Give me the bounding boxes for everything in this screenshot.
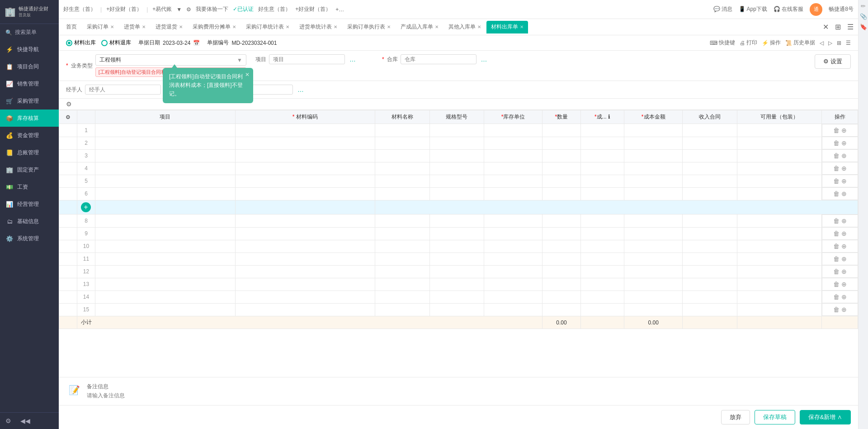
- discard-button[interactable]: 放弃: [721, 410, 750, 424]
- td-quantity[interactable]: [542, 214, 581, 228]
- row-copy-btn[interactable]: ⊕: [841, 127, 847, 134]
- radio-material-return[interactable]: 材料退库: [101, 39, 131, 47]
- tab-close-btn[interactable]: ✕: [387, 24, 391, 29]
- td-quantity[interactable]: [542, 187, 581, 200]
- td-income-contract[interactable]: [683, 265, 737, 278]
- td-quantity[interactable]: [542, 253, 581, 265]
- row-delete-btn[interactable]: 🗑: [833, 165, 840, 172]
- row-copy-btn[interactable]: ⊕: [841, 268, 847, 275]
- tab-4[interactable]: 采购费用分摊单✕: [188, 21, 241, 33]
- td-cost-price[interactable]: [580, 175, 624, 187]
- sidebar-item-purchase[interactable]: 🛒采购管理: [0, 92, 59, 110]
- td-cost-price[interactable]: [580, 291, 624, 303]
- td-unit[interactable]: [484, 278, 542, 291]
- td-income-contract[interactable]: [683, 162, 737, 175]
- project-input[interactable]: [269, 54, 345, 64]
- biz-type-select[interactable]: 工程领料 ▼: [95, 54, 246, 66]
- td-available-qty[interactable]: [737, 291, 821, 303]
- td-available-qty[interactable]: [737, 265, 821, 278]
- td-quantity[interactable]: [542, 124, 581, 137]
- td-project[interactable]: [95, 149, 236, 162]
- print-btn[interactable]: 🖨 打印: [740, 39, 757, 47]
- row-delete-btn[interactable]: 🗑: [833, 293, 840, 300]
- topbar-haoshengyi[interactable]: 好生意（首）: [63, 5, 96, 13]
- td-available-qty[interactable]: [737, 227, 821, 240]
- income-contract-dots-btn[interactable]: …: [297, 86, 304, 93]
- td-income-contract[interactable]: [683, 149, 737, 162]
- tooltip-close-btn[interactable]: ✕: [245, 71, 250, 79]
- td-material-code[interactable]: [235, 278, 375, 291]
- td-project[interactable]: [95, 227, 236, 240]
- row-delete-btn[interactable]: 🗑: [833, 230, 840, 237]
- td-available-qty[interactable]: [737, 162, 821, 175]
- tabs-grid-btn[interactable]: ⊞: [833, 22, 843, 32]
- td-cost-amount[interactable]: [624, 175, 683, 187]
- td-project-input[interactable]: [99, 204, 231, 210]
- sidebar-item-sales[interactable]: 📈销售管理: [0, 75, 59, 92]
- td-project[interactable]: [95, 175, 236, 187]
- grid-view-btn[interactable]: ⊞: [837, 40, 841, 46]
- td-material-name[interactable]: [375, 240, 429, 253]
- td-cost-price[interactable]: [580, 149, 624, 162]
- td-quantity[interactable]: [542, 278, 581, 291]
- td-material-code[interactable]: [235, 240, 375, 253]
- td-quantity[interactable]: [542, 265, 581, 278]
- td-spec[interactable]: [429, 278, 484, 291]
- row-delete-btn[interactable]: 🗑: [833, 152, 840, 159]
- td-income-contract[interactable]: [683, 240, 737, 253]
- tab-2[interactable]: 进货单✕: [119, 21, 150, 33]
- tab-close-btn[interactable]: ✕: [435, 24, 439, 29]
- td-cost-amount[interactable]: [624, 162, 683, 175]
- td-code-input[interactable]: [239, 204, 372, 210]
- add-row-btn[interactable]: +: [81, 202, 91, 212]
- row-delete-btn[interactable]: 🗑: [833, 243, 840, 250]
- tab-1[interactable]: 采购订单✕: [82, 21, 118, 33]
- td-material-name[interactable]: [375, 303, 429, 316]
- row-copy-btn[interactable]: ⊕: [841, 165, 847, 172]
- right-panel-bookmark-icon[interactable]: 🔖: [860, 24, 867, 30]
- td-cost-price[interactable]: [580, 240, 624, 253]
- td-cost-amount[interactable]: [624, 265, 683, 278]
- td-project[interactable]: [95, 278, 236, 291]
- row-delete-btn[interactable]: 🗑: [833, 190, 840, 197]
- table-settings-icon[interactable]: ⚙: [66, 100, 72, 108]
- tab-close-btn[interactable]: ✕: [334, 24, 337, 29]
- topbar-experience[interactable]: 我要体验一下: [196, 5, 228, 13]
- tab-9[interactable]: 其他入库单✕: [444, 21, 486, 33]
- tab-close-btn[interactable]: ✕: [232, 24, 236, 29]
- td-income-contract[interactable]: [683, 124, 737, 137]
- td-unit[interactable]: [484, 265, 542, 278]
- warehouse-input[interactable]: [401, 54, 476, 64]
- td-quantity[interactable]: [542, 149, 581, 162]
- td-material-code[interactable]: [235, 149, 375, 162]
- td-unit[interactable]: [484, 214, 542, 228]
- td-spec[interactable]: [429, 240, 484, 253]
- td-available-qty[interactable]: [737, 149, 821, 162]
- td-project[interactable]: [95, 162, 236, 175]
- tab-close-btn[interactable]: ✕: [286, 24, 289, 29]
- tab-close-btn[interactable]: ✕: [179, 24, 183, 29]
- td-available-qty[interactable]: [737, 303, 821, 316]
- td-project[interactable]: [95, 253, 236, 265]
- td-available-qty[interactable]: [737, 240, 821, 253]
- shortcut-key-btn[interactable]: ⌨ 快捷键: [710, 39, 735, 47]
- td-material-name[interactable]: [375, 124, 429, 137]
- sidebar-search-item[interactable]: 🔍 搜索菜单: [0, 24, 59, 41]
- tab-7[interactable]: 采购订单执行表✕: [343, 21, 395, 33]
- td-unit[interactable]: [484, 253, 542, 265]
- tabs-list-btn[interactable]: ☰: [845, 22, 855, 32]
- td-project[interactable]: [95, 124, 236, 137]
- td-available-qty[interactable]: [737, 175, 821, 187]
- td-cost-amount[interactable]: [624, 291, 683, 303]
- right-panel-attach-icon[interactable]: 📎: [860, 13, 867, 20]
- td-income-contract[interactable]: [683, 278, 737, 291]
- topbar-haoyecai[interactable]: +好业财（首）: [106, 5, 142, 13]
- collapse-icon[interactable]: ◀◀: [20, 417, 30, 424]
- save-new-button[interactable]: 保存&新增 ∧: [800, 410, 851, 424]
- td-cost-price[interactable]: [580, 265, 624, 278]
- td-material-code[interactable]: [235, 253, 375, 265]
- td-material-name[interactable]: [375, 291, 429, 303]
- settings-btn[interactable]: ⚙ 设置: [815, 54, 851, 69]
- td-material-name[interactable]: [375, 265, 429, 278]
- td-project[interactable]: [95, 137, 236, 149]
